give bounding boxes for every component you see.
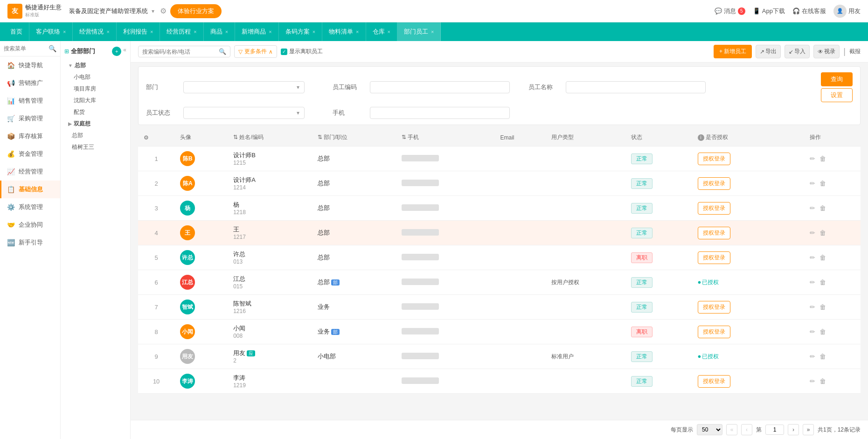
edit-icon[interactable]: ✏ — [810, 180, 815, 187]
app-download-item[interactable]: 📱 App下载 — [753, 7, 785, 15]
sidebar-item-basic[interactable]: 📋基础信息 — [0, 181, 60, 198]
sidebar-item-inventory[interactable]: 📦库存核算 — [0, 127, 60, 145]
edit-icon[interactable]: ✏ — [810, 353, 815, 360]
phone-input[interactable] — [370, 107, 510, 119]
tab-department[interactable]: 部门员工× — [397, 22, 441, 41]
sidebar-item-quicknav[interactable]: 🏠快捷导航 — [0, 56, 60, 74]
user-item[interactable]: 👤 用友 — [833, 5, 861, 18]
view-button[interactable]: 👁 视录 — [813, 45, 840, 58]
export-button[interactable]: ↗ 导出 — [756, 45, 781, 58]
tab-customer[interactable]: 客户联络× — [29, 22, 73, 41]
add-dept-btn[interactable]: + — [112, 47, 121, 56]
delete-icon[interactable]: 🗑 — [819, 180, 826, 187]
emp-code-input[interactable] — [370, 81, 510, 93]
dept-item-shenyang[interactable]: 沈阳大库 — [70, 95, 126, 106]
auth-info-icon[interactable]: i — [698, 134, 704, 141]
sidebar-item-system[interactable]: ⚙️系统管理 — [0, 198, 60, 216]
dept-item-peihuo[interactable]: 配货 — [70, 106, 126, 118]
delete-icon[interactable]: 🗑 — [819, 328, 826, 335]
edit-icon[interactable]: ✏ — [810, 204, 815, 212]
authorize-btn[interactable]: 授权登录 — [698, 375, 730, 388]
close-history-tab[interactable]: × — [194, 29, 196, 35]
close-bom-tab[interactable]: × — [356, 29, 359, 35]
reset-button[interactable]: 设置 — [821, 88, 853, 102]
next-page-btn[interactable]: › — [788, 424, 799, 435]
delete-icon[interactable]: 🗑 — [819, 155, 826, 162]
dept-filter-select[interactable]: ▾ — [183, 81, 305, 93]
edit-icon[interactable]: ✏ — [810, 328, 815, 335]
close-operations-tab[interactable]: × — [106, 29, 109, 35]
edit-icon[interactable]: ✏ — [810, 303, 815, 311]
first-page-btn[interactable]: « — [726, 424, 737, 435]
per-page-select[interactable]: 50 20 100 — [697, 424, 722, 435]
authorize-btn[interactable]: 授权登录 — [698, 153, 730, 165]
sidebar-search-icon[interactable]: 🔍 — [49, 45, 56, 52]
extra-btn[interactable]: 截报 — [849, 48, 861, 56]
sidebar-item-marketing[interactable]: 📢营销推广 — [0, 74, 60, 92]
close-warehouse-tab[interactable]: × — [388, 29, 390, 35]
tab-goods[interactable]: 商品× — [204, 22, 235, 41]
show-resigned-checkbox[interactable]: ✓ — [281, 49, 287, 55]
authorize-btn[interactable]: 授权登录 — [698, 251, 730, 264]
delete-icon[interactable]: 🗑 — [819, 254, 826, 261]
dept-item-zongbu[interactable]: 总部 — [64, 130, 126, 141]
tab-new-goods[interactable]: 新增商品× — [235, 22, 278, 41]
sidebar-item-finance[interactable]: 💰资金管理 — [0, 145, 60, 163]
delete-icon[interactable]: 🗑 — [819, 279, 826, 286]
dept-item-xiaodibu[interactable]: 小电部 — [70, 71, 126, 83]
dept-item-shuangtingxiang[interactable]: ▶双庭想 — [64, 118, 126, 130]
add-employee-button[interactable]: + 新增员工 — [714, 45, 752, 58]
sidebar-item-guide[interactable]: 🆕新手引导 — [0, 234, 60, 251]
prev-page-btn[interactable]: ‹ — [741, 424, 752, 435]
close-barcode-tab[interactable]: × — [312, 29, 315, 35]
close-customer-tab[interactable]: × — [63, 29, 66, 35]
sidebar-item-corp[interactable]: 🤝企业协同 — [0, 216, 60, 234]
authorize-btn[interactable]: 授权登录 — [698, 227, 730, 239]
edit-icon[interactable]: ✏ — [810, 155, 815, 162]
sidebar-search-input[interactable] — [4, 45, 49, 52]
delete-icon[interactable]: 🗑 — [819, 204, 826, 212]
close-department-tab[interactable]: × — [431, 29, 434, 35]
trial-button[interactable]: 体验行业方案 — [170, 4, 222, 18]
edit-icon[interactable]: ✏ — [810, 377, 815, 385]
dept-item-zhishu[interactable]: 植树王三 — [64, 141, 126, 153]
tab-history[interactable]: 经营历程× — [160, 22, 203, 41]
delete-icon[interactable]: 🗑 — [819, 229, 826, 237]
query-button[interactable]: 查询 — [821, 72, 853, 86]
tab-warehouse[interactable]: 仓库× — [366, 22, 397, 41]
delete-icon[interactable]: 🗑 — [819, 303, 826, 311]
edit-icon[interactable]: ✏ — [810, 279, 815, 286]
tab-profit[interactable]: 利润报告× — [117, 22, 160, 41]
close-new-goods-tab[interactable]: × — [269, 29, 271, 35]
edit-icon[interactable]: ✏ — [810, 254, 815, 261]
tab-bom[interactable]: 物料清单× — [322, 22, 366, 41]
delete-icon[interactable]: 🗑 — [819, 377, 826, 385]
column-settings-icon[interactable]: ⚙ — [144, 134, 149, 141]
online-service-item[interactable]: 🎧 在线客服 — [792, 7, 826, 15]
tab-operations[interactable]: 经营情况× — [73, 22, 116, 41]
sidebar-item-sales[interactable]: 📊销售管理 — [0, 92, 60, 110]
authorize-btn[interactable]: 授权登录 — [698, 177, 730, 190]
last-page-btn[interactable]: » — [803, 424, 814, 435]
dept-item-root[interactable]: ▼总部 — [64, 60, 126, 71]
delete-icon[interactable]: 🗑 — [819, 353, 826, 360]
authorize-btn[interactable]: 授权登录 — [698, 301, 730, 314]
authorize-btn[interactable]: 授权登录 — [698, 202, 730, 215]
page-input[interactable] — [765, 425, 784, 435]
dept-item-xiangmu[interactable]: 项目库房 — [70, 83, 126, 95]
emp-status-select[interactable]: ▾ — [183, 107, 305, 119]
authorize-btn[interactable]: 授权登录 — [698, 326, 730, 338]
system-name-dropdown[interactable]: ▾ — [152, 8, 154, 14]
close-profit-tab[interactable]: × — [150, 29, 153, 35]
search-input[interactable] — [142, 49, 217, 55]
tab-home[interactable]: 首页 — [4, 22, 29, 41]
collapse-tree-icon[interactable]: « — [123, 47, 126, 56]
import-button[interactable]: ↙ 导入 — [785, 45, 810, 58]
settings-icon[interactable]: ⚙ — [160, 7, 167, 15]
close-goods-tab[interactable]: × — [225, 29, 228, 35]
edit-icon[interactable]: ✏ — [810, 229, 815, 237]
tab-barcode[interactable]: 条码方案× — [279, 22, 322, 41]
sidebar-item-purchase[interactable]: 🛒采购管理 — [0, 110, 60, 127]
more-filter-btn[interactable]: ▽ 更多条件 ∧ — [234, 45, 277, 58]
sidebar-item-operations[interactable]: 📈经营管理 — [0, 163, 60, 181]
